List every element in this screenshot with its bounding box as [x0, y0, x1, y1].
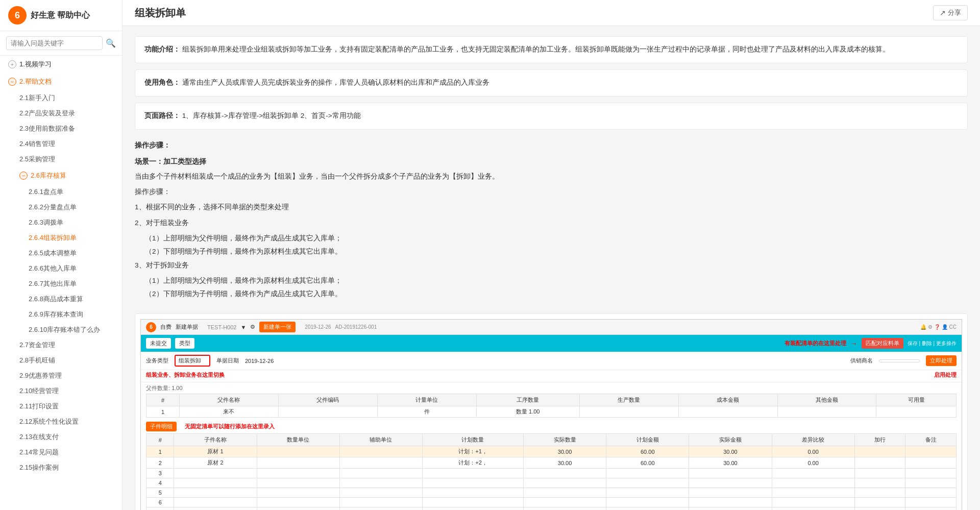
sidebar-item-2-6[interactable]: − 2.6库存核算	[0, 167, 122, 184]
bcell-qty-unit	[257, 446, 339, 457]
sidebar-header: 6 好生意 帮助中心	[0, 0, 122, 31]
arrow-icon-1: →	[850, 339, 857, 348]
mock-new-btn[interactable]: 新建单一张	[259, 322, 296, 332]
sidebar-item-help[interactable]: − 2.帮助文档	[0, 73, 122, 90]
sidebar-item-2-6-4[interactable]: 2.6.4组装拆卸单	[0, 230, 122, 246]
mock-supplier-input[interactable]	[879, 359, 920, 362]
sidebar-item-2-7[interactable]: 2.7资金管理	[0, 337, 122, 353]
annotation-bom: 有装配清单的在这里处理	[785, 339, 846, 347]
sidebar-item-2-4[interactable]: 2.4销售管理	[0, 136, 122, 152]
mock-date: 2019-12-26	[305, 324, 331, 330]
sidebar-item-2-2[interactable]: 2.2产品安装及登录	[0, 106, 122, 121]
sidebar-item-help-label: 2.帮助文档	[19, 77, 52, 86]
sidebar-item-2-14[interactable]: 2.14常见问题	[0, 445, 122, 460]
mock-tab-type[interactable]: 类型	[175, 338, 194, 349]
sidebar-item-2-13[interactable]: 2.13在线支付	[0, 429, 122, 445]
sidebar-item-2-9[interactable]: 2.9优惠券管理	[0, 368, 122, 383]
sidebar-item-2-6-1[interactable]: 2.6.1盘点单	[0, 184, 122, 200]
bcell-plan-amt: 60.00	[606, 446, 689, 457]
bcell-plan-qty: 计划：+1，	[423, 446, 524, 457]
mock-version: ⚙	[250, 324, 255, 330]
path-block: 页面路径： 1、库存核算->库存管理->组装拆卸单 2、首页->常用功能	[135, 103, 968, 130]
col-unit: 计量单位	[377, 394, 476, 406]
bcell-aux-unit	[339, 446, 422, 457]
step3-sub2: （2）下部明细为子件明细，最终作为产成品生成其它入库单。	[135, 288, 968, 300]
mock-action-icons: 保存 | 删除 | 更多操作	[908, 340, 957, 347]
sidebar-item-2-6-8[interactable]: 2.6.8商品成本重算	[0, 292, 122, 307]
bcol-child-name: 子件名称	[174, 434, 257, 446]
content-area: 功能介绍： 组装拆卸单用来处理企业组装或拆卸等加工业务，支持有固定装配清单的产品…	[122, 26, 980, 510]
mock-top-table-wrapper: 父件数量: 1.00 # 父件名称 父件编码 计量单位 工序数量 生产数量	[141, 382, 962, 420]
step3: 3、对于拆卸业务	[135, 259, 968, 272]
search-button[interactable]: 🔍	[106, 38, 116, 48]
sidebar-item-2-6-6[interactable]: 2.6.6其他入库单	[0, 261, 122, 276]
sidebar-item-2-6-7[interactable]: 2.6.7其他出库单	[0, 276, 122, 292]
cell-cost	[678, 406, 777, 418]
sidebar-item-2-15[interactable]: 2.15操作案例	[0, 460, 122, 475]
scenario1-title: 场景一：加工类型选择	[135, 157, 968, 166]
annotation-free-add: 无固定清单可以随行添加在这里录入	[185, 423, 275, 430]
sidebar-item-2-6-3[interactable]: 2.6.3调拨单	[0, 215, 122, 230]
sidebar-item-2-3[interactable]: 2.3使用前数据准备	[0, 121, 122, 136]
func-intro-block: 功能介绍： 组装拆卸单用来处理企业组装或拆卸等加工业务，支持有固定装配清单的产品…	[135, 36, 968, 63]
cell-avail	[876, 406, 957, 418]
main-content: 组装拆卸单 ↗ 分享 功能介绍： 组装拆卸单用来处理企业组装或拆卸等加工业务，支…	[122, 0, 980, 510]
sidebar-item-2-5[interactable]: 2.5采购管理	[0, 152, 122, 167]
step2: 2、对于组装业务	[135, 217, 968, 229]
mock-match-btn[interactable]: 匹配对应料单	[862, 338, 903, 349]
bcol-diff: 差异比较	[772, 434, 854, 446]
bcol-num: #	[146, 434, 174, 446]
sidebar-item-video[interactable]: + 1.视频学习	[0, 56, 122, 73]
share-button[interactable]: ↗ 分享	[933, 5, 968, 20]
mock-type-label: 业务类型	[146, 357, 168, 365]
sidebar-item-2-12[interactable]: 2.12系统个性化设置	[0, 414, 122, 429]
bcol-actual-qty: 实际数量	[523, 434, 606, 446]
func-intro-text: 功能介绍： 组装拆卸单用来处理企业组装或拆卸等加工业务，支持有固定装配清单的产品…	[144, 44, 958, 56]
mock-logo: 6	[146, 322, 156, 332]
bcol-add: 加行	[854, 434, 905, 446]
mock-section-label: 子件明细	[146, 422, 177, 431]
mock-system-bar: 6 自费 新建单据 TEST-H002 ▼ ⚙ 新建单一张 2019-12-26…	[141, 320, 962, 335]
mock-type-field[interactable]: 组装拆卸	[175, 355, 210, 367]
role-block: 使用角色： 通常由生产人员或库管人员完成拆装业务的操作，库管人员确认原材料的出库…	[135, 69, 968, 96]
annotation-switch: 组装业务、拆卸业务在这里切换	[146, 371, 225, 379]
col-num: #	[146, 394, 180, 406]
mock-tab-new[interactable]: 未提交	[146, 338, 171, 349]
mock-top-table: # 父件名称 父件编码 计量单位 工序数量 生产数量 成本金额 其他金额 可用量	[146, 394, 957, 418]
nav-section: + 1.视频学习 − 2.帮助文档 2.1新手入门 2.2产品安装及登录 2.3…	[0, 56, 122, 475]
table-row: 4	[146, 478, 957, 488]
sidebar-item-2-6-5[interactable]: 2.6.5成本调整单	[0, 246, 122, 261]
collapse-icon: −	[8, 78, 16, 86]
table-row: 2 原材 2 计划：+2， 30.00 60.00 30.00 0.00	[146, 457, 957, 469]
mock-bottom-table: # 子件名称 数量单位 辅助单位 计划数量 实际数量 计划金额 实际金额 差异比…	[146, 433, 957, 510]
sidebar-item-2-8[interactable]: 2.8手机旺铺	[0, 353, 122, 368]
bcell-name: 原材 1	[174, 446, 257, 457]
bcell-num: 1	[146, 446, 174, 457]
search-input[interactable]	[6, 36, 103, 50]
bcol-plan-amt: 计划金额	[606, 434, 689, 446]
cell-other	[777, 406, 876, 418]
cell-proc: 数量 1.00	[476, 406, 579, 418]
sidebar-item-2-11[interactable]: 2.11打印设置	[0, 399, 122, 414]
cell-num: 1	[146, 406, 180, 418]
mock-nav1: 自费	[160, 323, 172, 331]
mock-id: TEST-H002	[207, 324, 236, 330]
share-label: 分享	[948, 8, 961, 17]
mock-confirm-btn[interactable]: 立即处理	[926, 355, 957, 366]
cell-code	[278, 406, 377, 418]
sidebar-item-2-10[interactable]: 2.10经营管理	[0, 383, 122, 399]
col-other: 其他金额	[777, 394, 876, 406]
sidebar-item-2-6-10[interactable]: 2.6.10库存账本错了么办	[0, 322, 122, 337]
table-row: 5	[146, 488, 957, 498]
col-prod-qty: 生产数量	[579, 394, 678, 406]
app-name: 好生意 帮助中心	[31, 10, 90, 21]
mock-date-val: 2019-12-26	[245, 358, 274, 364]
sidebar-item-2-1[interactable]: 2.1新手入门	[0, 90, 122, 106]
mock-supplier-label: 供销商名	[850, 357, 873, 365]
bcell-actual-amt: 30.00	[689, 446, 772, 457]
sidebar-item-2-6-2[interactable]: 2.6.2分量盘点单	[0, 200, 122, 215]
sidebar-item-2-6-9[interactable]: 2.6.9库存账本查询	[0, 307, 122, 322]
table-row: 3	[146, 469, 957, 478]
mock-action-bar: 未提交 类型 有装配清单的在这里处理 → 匹配对应料单 保存 | 删除 | 更多…	[141, 335, 962, 352]
expand-icon: +	[8, 60, 16, 68]
